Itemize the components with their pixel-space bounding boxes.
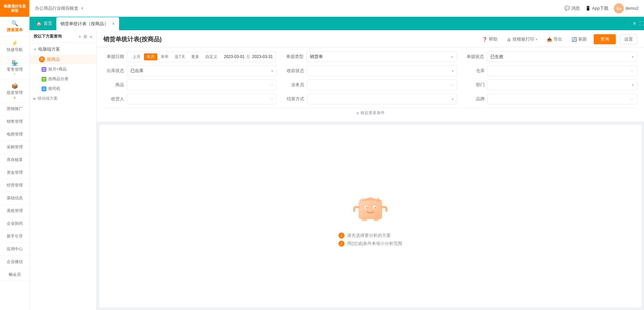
industry-name[interactable]: 办公用品行业模拟账套 [35,5,78,11]
recipient-field[interactable]: ··· [127,94,277,104]
sidebar-item-enterprise[interactable]: 企业协同 [0,217,29,230]
refresh-label: 刷新 [578,36,587,42]
svg-rect-9 [44,88,45,89]
svg-rect-4 [43,78,44,79]
window-close-icon[interactable]: ✕ [633,21,637,26]
doc-status-field[interactable]: 已生效 ▾ [487,51,637,62]
sidebar-item-operations[interactable]: 经营管理 [0,179,29,192]
sidebar-item-sales[interactable]: 销售管理 [0,115,29,128]
tree-item-by-category[interactable]: 按商品分类 [30,74,96,84]
brand-field[interactable]: ··· [487,94,637,104]
payment-status-field[interactable]: ▾ [307,65,457,76]
sidebar-item-ecommerce[interactable]: 电商管理 [0,128,29,141]
purchase-label: 采购管理 [7,144,23,150]
svg-rect-6 [43,80,44,81]
settings-scheme-btn[interactable]: ⚙ [83,34,88,39]
warehouse-label: 仓库 [464,68,487,74]
brand-dots: ··· [630,97,634,101]
tree-item-by-product[interactable]: 商 按商品 [30,54,96,64]
sidebar-item-wholesale[interactable]: 📦 批发管理 ▲ [0,80,29,103]
product-field[interactable]: ··· [127,80,277,90]
export-btn[interactable]: 📤 导出 [544,35,565,44]
department-dropdown-icon: ▾ [632,83,634,87]
retail-arrow: ▼ [13,72,16,76]
sidebar-item-quicknav[interactable]: ⚡ 快捷导航 [0,37,29,56]
settlement-field[interactable]: ▾ [307,94,457,104]
department-label: 部门 [464,82,487,88]
date-pill-last-month[interactable]: 上月 [130,53,143,60]
settings-btn[interactable]: 设置 [620,34,637,44]
date-from: 2023-03-01 [224,54,245,59]
wholesale-arrow: ▲ [13,96,16,99]
svg-rect-1 [44,68,45,69]
sidebar-item-search[interactable]: 🔍 搜索菜单 [0,17,29,37]
by-month-icon [42,67,46,72]
sidebar-item-wechat[interactable]: 企业微信 [0,256,29,268]
topbar-right: 💬 消息 📱 App下载 Ea demo2 [565,3,639,13]
sidebar-item-apps[interactable]: 应用中心 [0,243,29,256]
export-icon: 📤 [547,37,552,42]
salesperson-field[interactable]: ··· [307,80,457,90]
svg-rect-8 [43,88,44,89]
doc-type-value: 销货单 [310,54,449,60]
tree-group-mobile[interactable]: ▶ 移动端方案 [30,94,96,103]
tree-group-pc[interactable]: ▼ 电脑端方案 [30,44,96,54]
tab-sales-stats[interactable]: 销货单统计表（按商品） ✕ [56,17,119,31]
date-pill-more[interactable]: 更多 [189,53,202,60]
collapse-panel-btn[interactable]: « [90,34,92,39]
warehouse-field[interactable]: ··· [487,65,637,76]
print-btn[interactable]: 🖨 按模板打印 ▾ [504,35,540,44]
tree-item-by-warehouse[interactable]: 按司机 [30,84,96,94]
sidebar-item-marketing[interactable]: 营销推广 [0,103,29,115]
doc-type-field[interactable]: 销货单 ▾ [306,51,457,62]
brand-label: 品牌 [464,96,487,102]
topbar: 办公用品行业模拟账套 ▾ 💬 消息 📱 App下载 Ea demo2 [30,0,644,17]
by-month-product-label: 按月+商品 [48,66,67,72]
sidebar-item-system[interactable]: 系统管理 [0,205,29,217]
department-field[interactable]: ▾ [487,80,637,90]
tip-num-1: 1 [338,232,344,239]
sidebar-item-finance[interactable]: 资金管理 [0,166,29,179]
message-label: 消息 [571,5,580,11]
left-panel-title: 按以下方案查询 [34,34,62,39]
refresh-btn[interactable]: 🔄 刷新 [569,35,590,44]
sidebar-item-basic[interactable]: 基础信息 [0,192,29,205]
page-header: 销货单统计表(按商品) ❓ 帮助 🖨 按模板打印 ▾ 📤 导出 [97,30,644,47]
tab-home[interactable]: 🏠 首页 [32,17,56,30]
svg-rect-18 [374,218,379,221]
by-category-icon [42,77,46,82]
industry-dropdown-icon[interactable]: ▾ [81,6,84,11]
sidebar-item-inventory[interactable]: 库存核算 [0,154,29,166]
help-btn[interactable]: ❓ 帮助 [479,35,500,44]
sidebar-item-purchase[interactable]: 采购管理 [0,141,29,154]
doc-status-label: 单据状态 [463,54,487,60]
date-pill-custom[interactable]: 自定义 [203,53,220,60]
stock-status-field[interactable]: 已出库 ▾ [127,65,277,76]
date-pill-this-year[interactable]: 本年 [158,53,171,60]
sidebar-item-newbie[interactable]: 新手引导 [0,230,29,243]
date-filter[interactable]: 上月 本月 本年 近7天 更多 自定义 2023-03-01 至 2023-03… [127,52,276,62]
query-btn[interactable]: 查询 [594,34,616,44]
tree-item-by-month-product[interactable]: 按月+商品 [30,64,96,74]
left-panel-actions: + ⚙ « [78,34,92,39]
message-btn[interactable]: 💬 消息 [565,5,580,11]
date-pill-this-month[interactable]: 本月 [144,53,157,60]
empty-tip-1: 1 请先选择要分析的方案 [338,232,402,239]
app-logo[interactable]: 畅捷通好生意 标版 [0,0,29,17]
product-label: 商品 [103,82,127,88]
date-pill-7days[interactable]: 近7天 [172,53,188,60]
help-icon: ❓ [482,37,487,42]
user-menu[interactable]: Ea demo2 [614,3,639,13]
tab-home-label: 首页 [44,20,52,27]
collapse-btn[interactable]: ∧ 收起更多条件 [103,108,637,118]
tab-close-icon[interactable]: ✕ [112,21,115,26]
basic-label: 基础信息 [7,195,23,201]
tree-section: ▼ 电脑端方案 商 按商品 按月+商品 按商品 [30,43,96,105]
sidebar-item-retail[interactable]: 🏪 零售管理 ▼ [0,56,29,80]
sidebar-item-member[interactable]: 畅会员 [0,268,29,281]
print-dropdown-icon: ▾ [536,38,537,41]
window-maximize-icon[interactable]: ⛶ [639,21,644,26]
app-download-btn[interactable]: 📱 App下载 [585,5,608,11]
recipient-dots: ··· [270,97,273,101]
add-scheme-btn[interactable]: + [78,34,81,39]
